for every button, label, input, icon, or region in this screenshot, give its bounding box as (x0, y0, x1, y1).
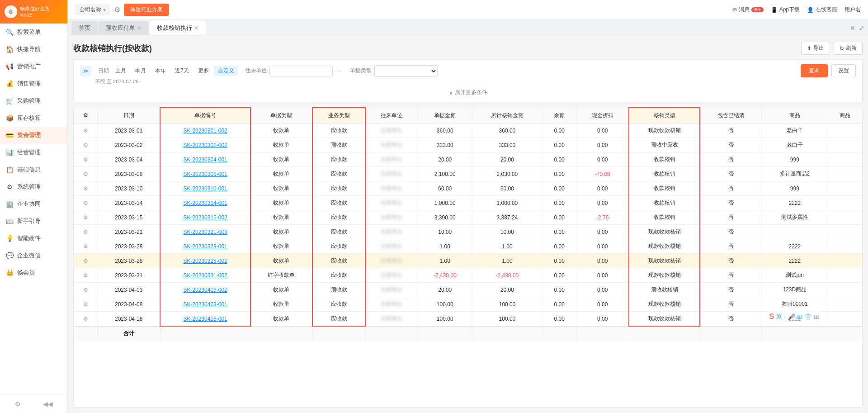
bill-no-link[interactable]: SK-20230308-001 (183, 171, 227, 177)
sidebar-item-guide[interactable]: 📖新手引导 (0, 213, 67, 230)
sidebar-item-sales[interactable]: 💰销售管理 (0, 75, 67, 92)
sidebar-item-marketing[interactable]: 📢营销推广 (0, 58, 67, 75)
sidebar-item-hardware[interactable]: 💡智能硬件 (0, 230, 67, 247)
cell-settings-5[interactable]: ⚙ (74, 196, 98, 210)
tab-fullscreen-btn[interactable]: ⤢ (859, 24, 864, 32)
cell-settings-4[interactable]: ⚙ (74, 181, 98, 196)
cell-partner-3: 往来单位 (365, 167, 418, 181)
bill-no-link[interactable]: SK-20230321-003 (183, 229, 227, 235)
bill-no-link[interactable]: SK-20230328-001 (183, 243, 227, 250)
table-row[interactable]: ⚙2023-03-21SK-20230321-003收款单应收款往来单位10.0… (74, 225, 862, 239)
company-selector[interactable]: 公司名称 ▾ (75, 4, 110, 15)
cell-settings-13[interactable]: ⚙ (74, 312, 98, 327)
tab-close-all-btn[interactable]: ✕ (850, 24, 855, 32)
date-shortcut-3[interactable]: 近7天 (171, 66, 193, 76)
bill-no-link[interactable]: SK-20230418-001 (183, 316, 227, 322)
tab-close-receipt[interactable]: ✕ (194, 25, 198, 31)
sidebar-item-finance[interactable]: 💳资金管理 (0, 127, 67, 144)
bill-no-link[interactable]: SK-20230408-001 (183, 301, 227, 308)
cell-settings-3[interactable]: ⚙ (74, 167, 98, 181)
tab-home[interactable]: 首页 (71, 21, 98, 35)
table-row[interactable]: ⚙2023-04-08SK-20230408-001收款单应收款往来单位100.… (74, 297, 862, 312)
table-row[interactable]: ⚙2023-03-28SK-20230328-002收款单应收款往来单位1.00… (74, 254, 862, 268)
bill-no-link[interactable]: SK-20230302-002 (183, 142, 227, 148)
cell-amount-5: 1,000.00 (418, 196, 472, 210)
sidebar-item-system[interactable]: ⚙系统管理 (0, 178, 67, 195)
dots-icon[interactable]: ··· (335, 68, 343, 74)
sidebar-collapse-btn[interactable]: ◀◀ (41, 399, 55, 409)
sidebar-item-inventory[interactable]: 📦库存核算 (0, 109, 67, 127)
sidebar-item-purchase[interactable]: 🛒采购管理 (0, 92, 67, 109)
bill-no-link[interactable]: SK-20230301-002 (183, 128, 227, 134)
cell-settings-9[interactable]: ⚙ (74, 254, 98, 268)
bill-no-link[interactable]: SK-20230331-002 (183, 272, 227, 279)
sidebar-item-quick-nav[interactable]: 🏠快捷导航 (0, 41, 67, 58)
tab-label-receipt: 收款核销执行 (157, 24, 192, 32)
cell-settings-7[interactable]: ⚙ (74, 225, 98, 239)
user-btn[interactable]: 用户名 (844, 6, 861, 14)
sidebar-item-operation[interactable]: 📊经营管理 (0, 144, 67, 161)
sidebar-item-member[interactable]: 👑畅会员 (0, 264, 67, 281)
date-shortcut-0[interactable]: 上月 (112, 66, 130, 76)
table-row[interactable]: ⚙2023-03-15SK-20230315-002收款单应收款往来单位3,39… (74, 210, 862, 225)
col-header-discount: 现金折扣 (576, 108, 629, 123)
bill-no-link[interactable]: SK-20230314-001 (183, 200, 227, 206)
solution-btn[interactable]: 体验行业方案 (124, 4, 169, 16)
cell-cancel_type-13: 现款收款核销 (629, 312, 700, 327)
partner-input[interactable] (269, 66, 333, 76)
table-row[interactable]: ⚙2023-04-18SK-20230418-001收款单应收款往来单位100.… (74, 312, 862, 327)
sidebar-item-search[interactable]: 🔍搜索菜单 (0, 24, 67, 41)
filter-toggle-btn[interactable]: ≫ (80, 66, 91, 76)
cell-acc_amount-12: 100.00 (472, 297, 542, 312)
cell-settings-12[interactable]: ⚙ (74, 297, 98, 312)
message-btn[interactable]: ✉ 消息 99+ (732, 6, 764, 14)
table-row[interactable]: ⚙2023-03-28SK-20230328-001收款单应收款往来单位1.00… (74, 239, 862, 254)
settings-icon[interactable]: ⚙ (114, 5, 120, 14)
bill-no-link[interactable]: SK-20230328-002 (183, 258, 227, 264)
tab-close-prepay[interactable]: ✕ (137, 25, 142, 31)
cell-settings-11[interactable]: ⚙ (74, 283, 98, 297)
date-shortcut-2[interactable]: 本年 (151, 66, 170, 76)
table-row[interactable]: ⚙2023-04-03SK-20230403-002收款单预收款往来单位20.0… (74, 283, 862, 297)
cell-settings-2[interactable]: ⚙ (74, 152, 98, 167)
tab-prepay[interactable]: 预收应付单✕ (99, 21, 149, 35)
bill-no-link[interactable]: SK-20230310-001 (183, 185, 227, 192)
table-row[interactable]: ⚙2023-03-04SK-20230304-001收款单应收款往来单位20.0… (74, 152, 862, 167)
app-download-btn[interactable]: 📱 App下载 (771, 6, 800, 14)
tab-receipt[interactable]: 收款核销执行✕ (150, 21, 206, 35)
cell-settings-0[interactable]: ⚙ (74, 123, 98, 138)
bill-type-select[interactable] (374, 65, 438, 77)
tabbar: 首页预收应付单✕收款核销执行✕✕⤢ (68, 20, 868, 36)
table-row[interactable]: ⚙2023-03-08SK-20230308-001收款单应收款往来单位2,10… (74, 167, 862, 181)
cell-settings-1[interactable]: ⚙ (74, 138, 98, 152)
bill-no-link[interactable]: SK-20230315-002 (183, 214, 227, 221)
date-filter-label: 日期 (98, 67, 109, 75)
table-row[interactable]: ⚙2023-03-14SK-20230314-001收款单应收款往来单位1,00… (74, 196, 862, 210)
export-btn[interactable]: ⬆ 导出 (801, 42, 830, 55)
bill-no-link[interactable]: SK-20230403-002 (183, 287, 227, 293)
cell-discount-5: 0.00 (576, 196, 629, 210)
date-shortcut-1[interactable]: 本月 (132, 66, 150, 76)
cell-biz_type-10: 应收款 (312, 268, 365, 283)
refresh-btn[interactable]: ↻ 刷新 (834, 42, 863, 55)
footer-cell-partner (365, 326, 418, 341)
cell-settings-8[interactable]: ⚙ (74, 239, 98, 254)
sidebar-item-basic-info[interactable]: 📋基础信息 (0, 161, 67, 178)
online-service-btn[interactable]: 👤 在线客服 (807, 6, 837, 14)
cell-settings-6[interactable]: ⚙ (74, 210, 98, 225)
table-row[interactable]: ⚙2023-03-31SK-20230331-002红字收款单应收款往来单位-2… (74, 268, 862, 283)
query-btn[interactable]: 查询 (801, 64, 828, 77)
table-row[interactable]: ⚙2023-03-01SK-20230301-002收款单应收款往来单位360.… (74, 123, 862, 138)
date-shortcut-custom[interactable]: 自定义 (214, 66, 238, 76)
sidebar-item-enterprise[interactable]: 🏢企业协同 (0, 195, 67, 213)
filter-settings-btn[interactable]: 设置 (831, 64, 856, 77)
sidebar-label-system: 系统管理 (17, 183, 41, 191)
bill-no-link[interactable]: SK-20230304-001 (183, 157, 227, 163)
table-row[interactable]: ⚙2023-03-10SK-20230310-001收款单应收款往来单位60.0… (74, 181, 862, 196)
cell-settings-10[interactable]: ⚙ (74, 268, 98, 283)
sidebar-item-wechat[interactable]: 💬企业微信 (0, 247, 67, 264)
table-row[interactable]: ⚙2023-03-02SK-20230302-002收款单预收款往来单位333.… (74, 138, 862, 152)
date-shortcut-4[interactable]: 更多 (194, 66, 212, 76)
sidebar-settings-btn[interactable]: ⚙ (13, 399, 23, 409)
expand-btn[interactable]: ∨ 展开更多条件 (80, 87, 856, 98)
